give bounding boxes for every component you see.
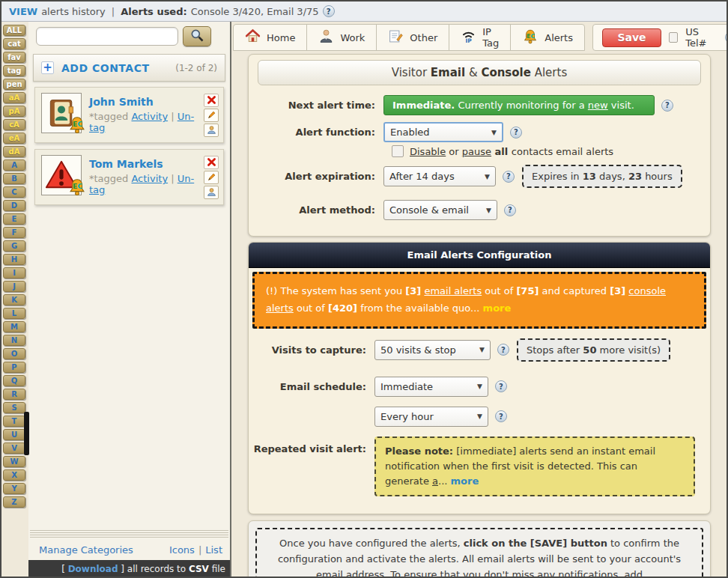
add-contact-bar[interactable]: + ADD CONTACT (1-2 of 2) — [33, 54, 225, 82]
contact-name[interactable]: John Smith — [89, 96, 204, 108]
view-history-link[interactable]: VIEW — [9, 6, 37, 17]
delete-contact-button[interactable] — [204, 156, 219, 169]
sidebar-tab-y[interactable]: Y — [3, 483, 25, 494]
profile-contact-button[interactable] — [204, 124, 219, 137]
contact-category-tabs: Home Work Other IP IP Tag — [233, 24, 585, 51]
disable-link[interactable]: Disable — [410, 146, 446, 157]
sidebar-tab-u[interactable]: U — [3, 429, 25, 440]
sidebar-tab-cat[interactable]: cat — [3, 38, 25, 49]
profile-contact-button[interactable] — [204, 186, 219, 199]
sidebar-tab-a[interactable]: A — [3, 159, 25, 171]
delete-x-icon — [207, 94, 216, 108]
sidebar-tab-fav[interactable]: fav — [3, 52, 25, 63]
email-alerts-link[interactable]: email alerts — [424, 285, 482, 296]
sidebar-tab-tag[interactable]: tag — [3, 65, 25, 76]
search-input[interactable] — [36, 27, 178, 46]
sidebar-tab-h[interactable]: H — [3, 254, 25, 265]
sidebar-tab-c[interactable]: C — [3, 186, 25, 198]
edit-contact-button[interactable] — [204, 109, 219, 122]
sidebar-tab-o[interactable]: O — [3, 348, 25, 359]
sidebar-tab-v[interactable]: V — [3, 442, 25, 454]
save-instructions: Once you have configured the alerts, cli… — [255, 528, 703, 578]
help-icon[interactable]: ? — [497, 344, 509, 356]
sidebar-tab-e[interactable]: E — [3, 213, 25, 225]
download-link[interactable]: Download — [68, 564, 118, 574]
activity-link[interactable]: Activity — [131, 173, 168, 184]
sidebar-tab-ca[interactable]: cA — [3, 119, 25, 130]
sidebar-tab-k[interactable]: K — [3, 294, 25, 305]
visits-to-capture-select[interactable]: 50 visits & stop▼ — [374, 340, 491, 360]
delete-contact-button[interactable] — [204, 94, 219, 107]
disable-all-checkbox[interactable] — [392, 145, 404, 157]
tab-work[interactable]: Work — [307, 25, 377, 50]
sidebar-tab-g[interactable]: G — [3, 240, 25, 252]
sidebar-tab-da[interactable]: dA — [3, 146, 25, 157]
contact-card[interactable]: EC Tom Markels *tagged Activity | Un-tag — [34, 149, 224, 205]
sidebar-tab-q[interactable]: Q — [3, 375, 25, 386]
contact-name[interactable]: Tom Markels — [89, 158, 204, 170]
sidebar-tab-d[interactable]: D — [3, 200, 25, 211]
sidebar-tab-l[interactable]: L — [3, 308, 25, 319]
sidebar-tab-r[interactable]: R — [3, 389, 25, 400]
sidebar-tab-strip: ALLcatfavtagpenaApAcAeAdAABCDEFGHIJKLMNO… — [1, 22, 28, 578]
sidebar-tab-p[interactable]: P — [3, 362, 25, 373]
sidebar-tab-m[interactable]: M — [3, 321, 25, 332]
sidebar-tab-t[interactable]: T — [3, 416, 25, 427]
save-button[interactable]: Save — [602, 28, 661, 47]
help-icon[interactable]: ? — [661, 100, 673, 112]
add-contact-label[interactable]: ADD CONTACT — [61, 62, 175, 74]
list-link[interactable]: List — [205, 544, 222, 556]
svg-text:IP: IP — [466, 37, 473, 44]
sidebar-tab-z[interactable]: Z — [3, 496, 25, 508]
help-icon[interactable]: ? — [495, 380, 507, 392]
sidebar-tab-w[interactable]: W — [3, 456, 25, 467]
contacts-panel: + ADD CONTACT (1-2 of 2) EC John Smith *… — [28, 22, 231, 578]
chevron-down-icon: ▼ — [486, 207, 491, 214]
resize-grip[interactable] — [28, 529, 230, 539]
more-link[interactable]: more — [451, 475, 479, 487]
activity-link[interactable]: Activity — [131, 111, 168, 122]
pause-link[interactable]: pause — [462, 146, 491, 157]
schedule-frequency-select[interactable]: Every hour▼ — [374, 407, 488, 427]
app-window: VIEW alerts history | Alerts used: Conso… — [0, 0, 728, 578]
help-icon[interactable]: ? — [323, 5, 335, 17]
download-text: all records to — [127, 564, 189, 574]
help-icon[interactable]: ? — [503, 171, 515, 183]
tab-home[interactable]: Home — [234, 25, 307, 50]
tab-ip-tag[interactable]: IP IP Tag — [449, 25, 511, 50]
edit-contact-button[interactable] — [204, 171, 219, 184]
manage-categories-link[interactable]: Manage Categories — [39, 544, 169, 556]
alert-function-select[interactable]: Enabled▼ — [383, 122, 503, 142]
search-row — [28, 22, 230, 49]
sidebar-tab-aa[interactable]: aA — [3, 92, 25, 103]
chevron-down-icon: ▼ — [477, 413, 482, 420]
top-status-bar: VIEW alerts history | Alerts used: Conso… — [1, 1, 727, 22]
alert-method-select[interactable]: Console & email▼ — [383, 200, 497, 220]
sidebar-tab-pen[interactable]: pen — [3, 79, 25, 90]
sidebar-tab-ea[interactable]: eA — [3, 133, 25, 144]
sidebar-tab-s[interactable]: S — [3, 402, 25, 413]
help-icon[interactable]: ? — [504, 204, 516, 216]
sidebar-tab-all[interactable]: ALL — [3, 25, 25, 36]
icons-link[interactable]: Icons — [169, 544, 195, 556]
search-button[interactable] — [183, 26, 211, 46]
sidebar-tab-i[interactable]: I — [3, 267, 25, 279]
sidebar-tab-pa[interactable]: pA — [3, 106, 25, 117]
sidebar-tab-x[interactable]: X — [3, 469, 25, 481]
us-tel-checkbox[interactable] — [669, 32, 678, 43]
tab-other[interactable]: Other — [377, 25, 449, 50]
sidebar-tab-j[interactable]: J — [3, 281, 25, 292]
sidebar-tab-f[interactable]: F — [3, 227, 25, 238]
panel-drag-handle[interactable] — [24, 412, 29, 455]
help-icon[interactable]: ? — [725, 31, 728, 43]
more-link[interactable]: more — [483, 302, 512, 314]
help-icon[interactable]: ? — [510, 127, 522, 139]
contact-card[interactable]: EC John Smith *tagged Activity | Un-tag — [34, 87, 224, 143]
tab-alerts[interactable]: EC Alerts — [511, 25, 584, 50]
help-icon[interactable]: ? — [495, 410, 507, 422]
email-schedule-select[interactable]: Immediate▼ — [374, 377, 488, 397]
alert-expiration-select[interactable]: After 14 days▼ — [383, 166, 496, 186]
sidebar-tab-b[interactable]: B — [3, 173, 25, 184]
sidebar-tab-n[interactable]: N — [3, 335, 25, 346]
plus-icon: + — [41, 61, 54, 74]
